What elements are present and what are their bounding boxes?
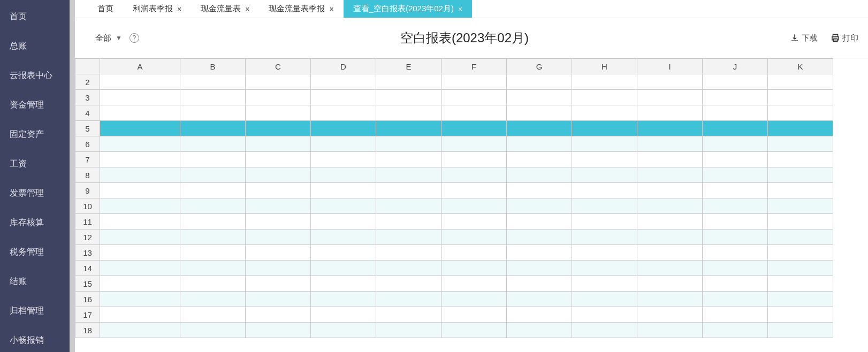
- cell-E5[interactable]: [376, 121, 441, 136]
- cell-H6[interactable]: [572, 136, 637, 152]
- cell-F12[interactable]: [441, 229, 507, 245]
- cell-K5[interactable]: [768, 121, 833, 136]
- cell-C6[interactable]: [246, 136, 311, 152]
- cell-J10[interactable]: [703, 198, 768, 214]
- row-header-17[interactable]: 17: [75, 307, 100, 323]
- tab-0[interactable]: 首页: [88, 0, 123, 18]
- cell-F4[interactable]: [441, 105, 507, 121]
- column-header-D[interactable]: D: [311, 59, 376, 74]
- tab-1[interactable]: 利润表季报×: [123, 0, 191, 18]
- cell-H11[interactable]: [572, 214, 637, 229]
- cell-D10[interactable]: [311, 198, 376, 214]
- cell-I3[interactable]: [637, 90, 703, 105]
- cell-E2[interactable]: [376, 74, 441, 90]
- cell-A6[interactable]: [100, 136, 180, 152]
- cell-J3[interactable]: [703, 90, 768, 105]
- sidebar-item-9[interactable]: 结账: [0, 267, 70, 296]
- cell-I17[interactable]: [637, 307, 703, 323]
- cell-D17[interactable]: [311, 307, 376, 323]
- cell-J15[interactable]: [703, 276, 768, 292]
- cell-D4[interactable]: [311, 105, 376, 121]
- cell-K7[interactable]: [768, 152, 833, 167]
- cell-A17[interactable]: [100, 307, 180, 323]
- cell-K14[interactable]: [768, 261, 833, 276]
- cell-H10[interactable]: [572, 198, 637, 214]
- cell-D8[interactable]: [311, 167, 376, 183]
- cell-I15[interactable]: [637, 276, 703, 292]
- cell-F16[interactable]: [441, 292, 507, 307]
- cell-A4[interactable]: [100, 105, 180, 121]
- print-button[interactable]: 打印: [831, 33, 858, 43]
- cell-G17[interactable]: [507, 307, 572, 323]
- column-header-C[interactable]: C: [246, 59, 311, 74]
- close-icon[interactable]: ×: [458, 5, 462, 13]
- cell-B6[interactable]: [180, 136, 246, 152]
- cell-F8[interactable]: [441, 167, 507, 183]
- cell-F17[interactable]: [441, 307, 507, 323]
- sidebar-item-6[interactable]: 发票管理: [0, 179, 70, 208]
- cell-F6[interactable]: [441, 136, 507, 152]
- row-header-18[interactable]: 18: [75, 323, 100, 338]
- cell-J4[interactable]: [703, 105, 768, 121]
- cell-K18[interactable]: [768, 323, 833, 338]
- cell-C12[interactable]: [246, 229, 311, 245]
- cell-K10[interactable]: [768, 198, 833, 214]
- cell-E9[interactable]: [376, 183, 441, 198]
- cell-F15[interactable]: [441, 276, 507, 292]
- column-header-I[interactable]: I: [637, 59, 703, 74]
- cell-I10[interactable]: [637, 198, 703, 214]
- cell-J6[interactable]: [703, 136, 768, 152]
- cell-G18[interactable]: [507, 323, 572, 338]
- cell-D12[interactable]: [311, 229, 376, 245]
- cell-F11[interactable]: [441, 214, 507, 229]
- cell-H4[interactable]: [572, 105, 637, 121]
- tab-4[interactable]: 查看_空白报表(2023年02月)×: [344, 0, 473, 18]
- cell-I2[interactable]: [637, 74, 703, 90]
- row-header-11[interactable]: 11: [75, 214, 100, 229]
- cell-B18[interactable]: [180, 323, 246, 338]
- cell-K15[interactable]: [768, 276, 833, 292]
- cell-C14[interactable]: [246, 261, 311, 276]
- row-header-13[interactable]: 13: [75, 245, 100, 261]
- cell-D11[interactable]: [311, 214, 376, 229]
- cell-G3[interactable]: [507, 90, 572, 105]
- cell-E8[interactable]: [376, 167, 441, 183]
- cell-J18[interactable]: [703, 323, 768, 338]
- cell-C13[interactable]: [246, 245, 311, 261]
- cell-G9[interactable]: [507, 183, 572, 198]
- sidebar-item-4[interactable]: 固定资产: [0, 120, 70, 149]
- cell-B8[interactable]: [180, 167, 246, 183]
- row-header-4[interactable]: 4: [75, 105, 100, 121]
- cell-B9[interactable]: [180, 183, 246, 198]
- column-header-H[interactable]: H: [572, 59, 637, 74]
- cell-C3[interactable]: [246, 90, 311, 105]
- cell-A10[interactable]: [100, 198, 180, 214]
- cell-J9[interactable]: [703, 183, 768, 198]
- cell-A16[interactable]: [100, 292, 180, 307]
- cell-G12[interactable]: [507, 229, 572, 245]
- cell-J16[interactable]: [703, 292, 768, 307]
- column-header-A[interactable]: A: [100, 59, 180, 74]
- tab-2[interactable]: 现金流量表×: [191, 0, 259, 18]
- cell-I5[interactable]: [637, 121, 703, 136]
- cell-H17[interactable]: [572, 307, 637, 323]
- cell-I7[interactable]: [637, 152, 703, 167]
- cell-K2[interactable]: [768, 74, 833, 90]
- cell-C4[interactable]: [246, 105, 311, 121]
- row-header-3[interactable]: 3: [75, 90, 100, 105]
- cell-F14[interactable]: [441, 261, 507, 276]
- cell-K8[interactable]: [768, 167, 833, 183]
- cell-C9[interactable]: [246, 183, 311, 198]
- cell-C2[interactable]: [246, 74, 311, 90]
- cell-G6[interactable]: [507, 136, 572, 152]
- cell-B3[interactable]: [180, 90, 246, 105]
- cell-K11[interactable]: [768, 214, 833, 229]
- cell-G10[interactable]: [507, 198, 572, 214]
- sidebar-scrollbar[interactable]: [70, 0, 75, 352]
- cell-A2[interactable]: [100, 74, 180, 90]
- row-header-9[interactable]: 9: [75, 183, 100, 198]
- cell-B17[interactable]: [180, 307, 246, 323]
- cell-C11[interactable]: [246, 214, 311, 229]
- column-header-J[interactable]: J: [703, 59, 768, 74]
- cell-E14[interactable]: [376, 261, 441, 276]
